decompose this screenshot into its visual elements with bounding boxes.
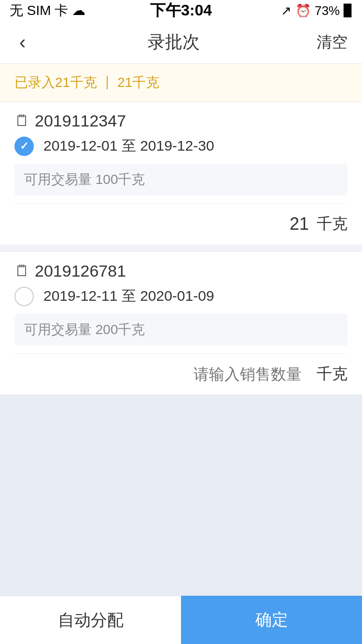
sim-status: 无 SIM 卡 ☁ (10, 1, 85, 20)
status-time: 下午3:04 (150, 0, 212, 21)
batch-date-row-2[interactable]: 2019-12-11 至 2020-01-09 (14, 286, 348, 306)
batch-date-row-1[interactable]: 2019-12-01 至 2019-12-30 (14, 136, 348, 156)
battery-percent: 73% (315, 3, 340, 18)
bottom-buttons: 自动分配 确定 (0, 596, 362, 644)
recorded-amount: 已录入21千克 (14, 73, 97, 92)
banner-divider (107, 76, 108, 89)
quantity-unit-1: 千克 (317, 213, 348, 235)
batch-available-2: 可用交易量 200千克 (14, 314, 348, 346)
clear-button[interactable]: 清空 (317, 32, 348, 53)
confirm-button[interactable]: 确定 (181, 596, 362, 644)
batch-quantity-row-1: 21 千克 (14, 203, 348, 244)
batch-header-2: 🗒 2019126781 (14, 262, 348, 280)
batch-item-1: 🗒 2019112347 2019-12-01 至 2019-12-30 可用交… (0, 102, 362, 244)
back-button[interactable]: ‹ (14, 27, 30, 58)
batch-list: 🗒 2019112347 2019-12-01 至 2019-12-30 可用交… (0, 102, 362, 394)
batch-radio-2[interactable] (14, 287, 34, 306)
batch-id-2: 2019126781 (35, 262, 126, 280)
status-right: ↗ ⏰ 73% ▉ (281, 3, 352, 18)
batch-header-1: 🗒 2019112347 (14, 112, 348, 130)
nav-bar: ‹ 录批次 清空 (0, 21, 362, 64)
status-bar: 无 SIM 卡 ☁ 下午3:04 ↗ ⏰ 73% ▉ (0, 0, 362, 21)
batch-doc-icon-1: 🗒 (14, 112, 30, 130)
batch-date-1: 2019-12-01 至 2019-12-30 (43, 136, 214, 156)
alarm-icon: ⏰ (295, 3, 311, 18)
bottom-area (0, 394, 362, 616)
quantity-unit-2: 千克 (317, 364, 348, 385)
battery-icon: ▉ (344, 4, 352, 17)
batch-date-2: 2019-12-11 至 2020-01-09 (43, 286, 214, 306)
batch-divider (0, 244, 362, 252)
batch-input-row-2: 千克 (14, 353, 348, 394)
batch-available-1: 可用交易量 100千克 (14, 164, 348, 196)
info-banner: 已录入21千克 21千克 (0, 64, 362, 102)
location-icon: ↗ (281, 3, 292, 18)
batch-id-1: 2019112347 (35, 112, 126, 130)
status-left: 无 SIM 卡 ☁ (10, 1, 85, 20)
quantity-input-2[interactable] (115, 365, 309, 383)
batch-item-2: 🗒 2019126781 2019-12-11 至 2020-01-09 可用交… (0, 252, 362, 394)
quantity-value-1: 21 (290, 214, 309, 234)
auto-distribute-button[interactable]: 自动分配 (0, 596, 181, 644)
batch-doc-icon-2: 🗒 (14, 262, 30, 280)
page-title: 录批次 (148, 30, 200, 54)
batch-radio-1[interactable] (14, 137, 34, 156)
total-amount: 21千克 (117, 73, 159, 92)
